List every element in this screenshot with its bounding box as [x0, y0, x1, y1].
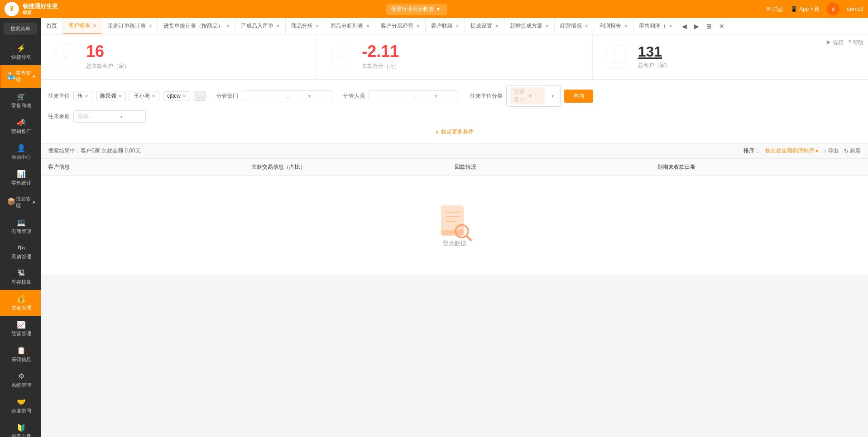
tab-close-all-btn[interactable]: ✕ [715, 23, 728, 30]
unit-category-tag-close[interactable]: ✕ [528, 94, 541, 99]
filter-tag-chen-close[interactable]: ✕ [118, 94, 122, 99]
tab-customer-contact-close[interactable]: ✕ [456, 24, 459, 28]
sidebar-item-ecommerce[interactable]: 💻 电商管理 [0, 214, 41, 239]
tab-production-input[interactable]: 产成品入库单 ✕ [235, 18, 286, 34]
filter-tags-more-btn[interactable]: ... [194, 91, 206, 101]
tab-customer-contact[interactable]: 客户联络 ✕ [426, 18, 465, 34]
tab-retail-profit[interactable]: 零售利润（ ✕ [633, 18, 678, 34]
filter-tag-wang[interactable]: 王小亮 ✕ [129, 91, 159, 101]
tab-inventory-stats-label: 进货单统计表（按商品） [163, 22, 223, 30]
tab-operation-status-close[interactable]: ✕ [585, 24, 588, 28]
collapse-btn[interactable]: ∧ 收起更多条件 [433, 126, 475, 138]
tab-operation-status[interactable]: 经营情况 ✕ [555, 18, 594, 34]
sidebar-item-new-user-guide[interactable]: 🔰 新手引导 [0, 419, 41, 437]
tab-product-analysis-list-close[interactable]: ✕ [366, 24, 369, 28]
search-menu-btn[interactable]: 搜索菜单 [4, 23, 37, 35]
tab-inventory-close[interactable]: ✕ [226, 24, 230, 28]
export-btn[interactable]: ↑ 导出 [824, 147, 839, 155]
branch-dept-select[interactable]: ... ▾ [242, 90, 332, 101]
sidebar-item-purchase[interactable]: 🛍 采购管理 [0, 239, 41, 265]
sidebar-item-basic-info[interactable]: 📋 基础信息 [0, 342, 41, 367]
main-layout: 搜索菜单 ⚡ 快捷导航 🏪 零售管理 ▾ 🛒 零售商城 📣 营销推广 👤 会 [0, 18, 868, 437]
sidebar-item-member-center[interactable]: 👤 会员中心 [0, 139, 41, 165]
tab-raise-settings[interactable]: 提成设置 ✕ [465, 18, 504, 34]
tab-customer-book-close[interactable]: ✕ [93, 23, 96, 28]
store-selector[interactable]: 母婴行业演示帐套 ▾ [386, 4, 447, 15]
tab-raise-settings-close[interactable]: ✕ [495, 24, 499, 28]
balance-label: 往来余额 [48, 113, 70, 120]
tab-profit-report-label: 利润报告 [599, 22, 621, 30]
tab-product-analysis[interactable]: 商品分析 ✕ [286, 18, 325, 34]
video-label: 视频 [833, 39, 844, 46]
enterprise-collab-label: 企业协同 [11, 408, 31, 414]
tab-customer-tier-close[interactable]: ✕ [416, 24, 420, 28]
unit-category-chevron-icon: ▾ [551, 94, 556, 99]
tab-nav-right[interactable]: ▶ [691, 23, 703, 30]
user-avatar[interactable]: d [827, 3, 839, 15]
tab-profit-report-close[interactable]: ✕ [624, 24, 628, 28]
col-debt-info: 欠款交易信息（占比） [251, 163, 455, 171]
sidebar-item-quick-nav[interactable]: ⚡ 快捷导航 [0, 39, 41, 65]
tab-new-raise-plan[interactable]: 新增提成方案 ✕ [504, 18, 555, 34]
query-btn[interactable]: 查询 [564, 90, 593, 103]
tab-purchase-order-close[interactable]: ✕ [149, 24, 152, 28]
retail-mgmt-label: 零售管理 [16, 70, 33, 83]
unit-category-tag[interactable]: 普通客户 ✕ [510, 87, 545, 104]
branch-person-more: ... [412, 93, 432, 99]
sidebar-item-system-mgmt[interactable]: ⚙ 系统管理 [0, 367, 41, 393]
sidebar-item-operation-mgmt[interactable]: 📈 经营管理 [0, 316, 41, 342]
help-btn[interactable]: ? 帮助 [848, 39, 863, 47]
total-debt-customers-label: 总欠款客户（家） [86, 62, 129, 70]
balance-select[interactable]: 选择... ▾ [73, 110, 146, 123]
sidebar: 搜索菜单 ⚡ 快捷导航 🏪 零售管理 ▾ 🛒 零售商城 📣 营销推广 👤 会 [0, 18, 41, 437]
sort-select[interactable]: 按欠款金额倒序排序 ▾ [765, 147, 818, 155]
total-customers-bg-icon [604, 43, 631, 71]
tab-profit-report[interactable]: 利润报告 ✕ [594, 18, 633, 34]
retail-mall-label: 零售商城 [11, 102, 31, 109]
refresh-btn[interactable]: ↻ 刷新 [844, 147, 861, 155]
filter-row-1: 往来单位 伍 ✕ 陈民强 ✕ 王小亮 ✕ [48, 85, 861, 107]
summary-card3-content: 131 总客户（家） [638, 44, 671, 69]
sidebar-item-enterprise-collab[interactable]: 🤝 企业协同 [0, 393, 41, 419]
tab-product-analysis-list[interactable]: 商品分析列表 ✕ [325, 18, 375, 34]
sidebar-item-retail-mall[interactable]: 🛒 零售商城 [0, 88, 41, 114]
sidebar-item-inventory[interactable]: 🏗 库存核算 [0, 265, 41, 290]
filter-tag-wu[interactable]: 伍 ✕ [73, 91, 92, 101]
filter-tag-chen[interactable]: 陈民强 ✕ [96, 91, 126, 101]
sidebar-item-marketing[interactable]: 📣 营销推广 [0, 114, 41, 139]
filter-tag-cjttcw-close[interactable]: ✕ [182, 94, 186, 99]
summary-card-total-debt-customers: ¥ 16 总欠款客户（家） [41, 34, 317, 79]
tab-product-analysis-close[interactable]: ✕ [316, 24, 319, 28]
sidebar-item-retail-mgmt[interactable]: 🏪 零售管理 ▾ [0, 65, 41, 88]
store-name: 母婴行业演示帐套 [391, 5, 434, 13]
filter-tag-cjttcw[interactable]: cjttcw ✕ [163, 91, 190, 100]
debt-customers-bg-icon: ¥ [52, 43, 79, 71]
filter-tag-wu-close[interactable]: ✕ [85, 94, 88, 99]
tab-inventory-stats[interactable]: 进货单统计表（按商品） ✕ [158, 18, 235, 34]
tab-purchase-order-stats[interactable]: 采购订单统计表 ✕ [102, 18, 158, 34]
sidebar-item-retail-stats[interactable]: 📊 零售统计 [0, 165, 41, 191]
tab-nav-left[interactable]: ◀ [678, 23, 691, 30]
tab-retail-profit-close[interactable]: ✕ [669, 24, 672, 28]
tab-home[interactable]: 首页 [41, 18, 63, 34]
branch-dept-chevron-icon: ▾ [308, 94, 328, 99]
app-download-btn[interactable]: 📱 App下载 [791, 5, 820, 13]
sidebar-item-fund-mgmt[interactable]: 💰 资金管理 [0, 290, 41, 316]
branch-person-select[interactable]: ... ▾ [369, 90, 459, 101]
unit-category-select[interactable]: 普通客户 ✕ ▾ [506, 85, 561, 107]
tab-expand-btn[interactable]: ⊞ [703, 23, 715, 30]
logo-main: 畅捷通好生意 [23, 3, 58, 10]
tab-customer-tier[interactable]: 客户分层经营 ✕ [375, 18, 426, 34]
tab-production-close[interactable]: ✕ [276, 24, 280, 28]
message-btn[interactable]: ✉ 消息 [766, 5, 783, 13]
filter-tag-wu-text: 伍 [77, 92, 83, 100]
col-repayment: 回款情况 [455, 163, 658, 171]
user-avatar-label: d [832, 6, 835, 12]
sidebar-item-wholesale-mgmt[interactable]: 📦 批发管理 ▾ [0, 191, 41, 214]
svg-text:?: ? [460, 228, 463, 235]
top-actions: ✉ 消息 📱 App下载 d demo2 [766, 3, 863, 15]
filter-tag-wang-close[interactable]: ✕ [152, 94, 155, 99]
tab-customer-book[interactable]: 客户账本 ✕ [63, 18, 102, 34]
tab-new-raise-plan-close[interactable]: ✕ [545, 24, 549, 28]
video-btn[interactable]: ▶ 视频 [826, 39, 844, 47]
